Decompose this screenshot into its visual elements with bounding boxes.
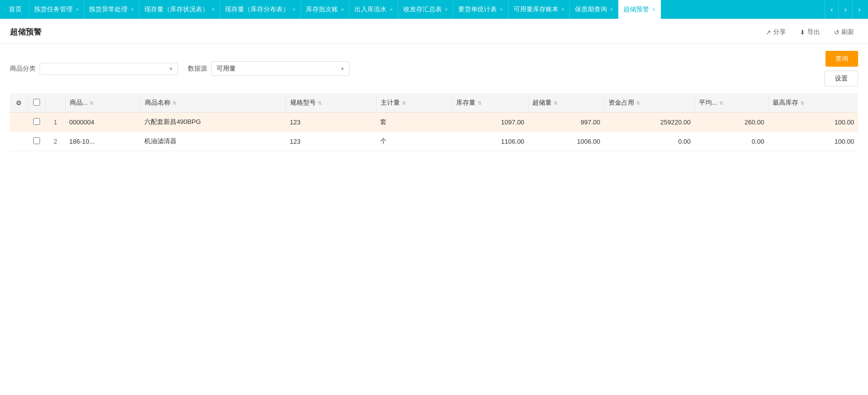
table-row: 2 186-10... 机油滤清器 123 个 1106.00 1006.00 … [10, 132, 858, 151]
close-icon[interactable]: × [292, 6, 295, 12]
settings-button[interactable]: 设置 [825, 71, 858, 86]
row-checkbox[interactable] [33, 118, 40, 125]
export-button[interactable]: ⬇ 导出 [796, 26, 824, 39]
row-unit: 套 [376, 113, 452, 132]
table-body: 1 0000004 六配套新昌490BPG 123 套 1097.00 997.… [10, 113, 858, 151]
nav-tab-3[interactable]: 现存量（库存分布表） × [220, 0, 301, 19]
nav-next-arrow[interactable]: › [838, 0, 852, 19]
select-all-checkbox[interactable] [33, 99, 40, 106]
sort-icon: ⇅ [554, 100, 558, 106]
close-icon[interactable]: × [562, 6, 564, 12]
row-capital: 0.00 [604, 132, 694, 151]
nav-tab-1[interactable]: 拣货异常处理 × [84, 0, 139, 19]
sort-icon: ⇅ [173, 100, 176, 106]
refresh-button[interactable]: ↺ 刷新 [830, 26, 858, 39]
nav-tab-2[interactable]: 现存量（库存状况表） × [139, 0, 220, 19]
chevron-down-icon: ▾ [341, 66, 344, 72]
row-name: 六配套新昌490BPG [140, 113, 286, 132]
th-unit[interactable]: 主计量 ⇅ [376, 93, 452, 113]
datasource-filter: 数据源 可用量 ▾ [188, 61, 349, 76]
th-gear: ⚙ [10, 93, 28, 113]
row-name: 机油滤清器 [140, 132, 286, 151]
row-number: 2 [45, 132, 65, 151]
nav-tab-6[interactable]: 收发存汇总表 × [398, 0, 453, 19]
close-icon[interactable]: × [130, 6, 133, 12]
filter-buttons: 查询 设置 [825, 51, 858, 86]
th-spec[interactable]: 规格型号 ⇅ [286, 93, 376, 113]
row-avg: 0.00 [694, 132, 768, 151]
nav-tab-0[interactable]: 拣货任务管理 × [29, 0, 84, 19]
th-max[interactable]: 最高库存 ⇅ [768, 93, 858, 113]
row-checkbox[interactable] [33, 137, 40, 144]
close-icon[interactable]: × [445, 6, 448, 12]
close-icon[interactable]: × [652, 6, 655, 12]
th-name[interactable]: 商品名称 ⇅ [140, 93, 286, 113]
nav-tab-7[interactable]: 要货单统计表 × [453, 0, 508, 19]
row-code: 0000004 [65, 113, 140, 132]
sort-icon: ⇅ [89, 100, 93, 106]
gear-icon[interactable]: ⚙ [16, 99, 22, 107]
datasource-label: 数据源 [188, 64, 207, 73]
row-gear-cell [10, 132, 28, 151]
nav-tab-10[interactable]: 超储预警 × [618, 0, 660, 19]
row-unit: 个 [376, 132, 452, 151]
share-icon: ↗ [766, 29, 771, 36]
page-header: 超储预警 ↗ 分享 ⬇ 导出 ↺ 刷新 [0, 19, 868, 44]
row-stock: 1106.00 [452, 132, 528, 151]
datasource-select-value: 可用量 [217, 64, 236, 73]
close-icon[interactable]: × [390, 6, 392, 12]
row-max: 100.00 [768, 113, 858, 132]
close-icon[interactable]: × [500, 6, 503, 12]
th-rownum [45, 93, 65, 113]
category-select[interactable]: ▾ [40, 63, 178, 75]
nav-more-arrow[interactable]: › [852, 0, 866, 19]
nav-tab-8[interactable]: 可用量库存账本 × [509, 0, 570, 19]
row-stock: 1097.00 [452, 113, 528, 132]
nav-tab-9[interactable]: 保质期查询 × [570, 0, 618, 19]
table-row: 1 0000004 六配套新昌490BPG 123 套 1097.00 997.… [10, 113, 858, 132]
query-button[interactable]: 查询 [825, 51, 858, 67]
close-icon[interactable]: × [212, 6, 215, 12]
filter-area: 商品分类 ▾ 数据源 可用量 ▾ 查询 设置 [0, 44, 868, 93]
close-icon[interactable]: × [610, 6, 613, 12]
nav-home[interactable]: 首页 [2, 0, 29, 19]
sort-icon: ⇅ [402, 100, 406, 106]
th-code[interactable]: 商品... ⇅ [65, 93, 140, 113]
export-icon: ⬇ [800, 29, 805, 36]
row-spec: 123 [286, 132, 376, 151]
close-icon[interactable]: × [341, 6, 344, 12]
row-code: 186-10... [65, 132, 140, 151]
row-number: 1 [45, 113, 65, 132]
share-button[interactable]: ↗ 分享 [762, 26, 790, 39]
nav-prev-arrow[interactable]: ‹ [825, 0, 838, 19]
sort-icon: ⇅ [719, 100, 723, 106]
row-over: 1006.00 [528, 132, 605, 151]
category-label: 商品分类 [10, 64, 36, 73]
th-over[interactable]: 超储量 ⇅ [528, 93, 605, 113]
row-over: 997.00 [528, 113, 605, 132]
row-gear-cell [10, 113, 28, 132]
row-avg: 260.00 [694, 113, 768, 132]
row-check-cell[interactable] [28, 113, 45, 132]
row-check-cell[interactable] [28, 132, 45, 151]
th-stock[interactable]: 库存量 ⇅ [452, 93, 528, 113]
chevron-down-icon: ▾ [170, 66, 173, 72]
close-icon[interactable]: × [76, 6, 79, 12]
datasource-select[interactable]: 可用量 ▾ [211, 61, 349, 76]
data-table: ⚙ 商品... ⇅ 商品名称 [10, 93, 858, 151]
sort-icon: ⇅ [636, 100, 640, 106]
th-capital[interactable]: 资金占用 ⇅ [604, 93, 694, 113]
nav-tab-4[interactable]: 库存批次账 × [301, 0, 349, 19]
sort-icon: ⇅ [800, 100, 804, 106]
row-max: 100.00 [768, 132, 858, 151]
row-capital: 259220.00 [604, 113, 694, 132]
page-container: 超储预警 ↗ 分享 ⬇ 导出 ↺ 刷新 商品分类 ▾ 数据源 [0, 19, 868, 395]
th-check [28, 93, 45, 113]
header-actions: ↗ 分享 ⬇ 导出 ↺ 刷新 [762, 26, 858, 39]
category-filter: 商品分类 ▾ [10, 63, 178, 75]
nav-tab-5[interactable]: 出入库流水 × [349, 0, 398, 19]
th-avg[interactable]: 平均... ⇅ [694, 93, 768, 113]
page-title: 超储预警 [10, 27, 42, 38]
sort-icon: ⇅ [318, 100, 322, 106]
nav-arrows: ‹ › › [825, 0, 866, 19]
